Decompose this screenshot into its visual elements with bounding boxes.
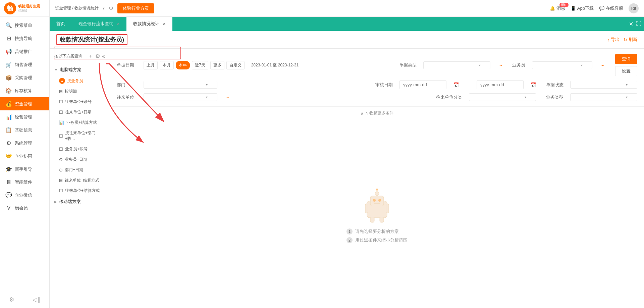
audit-label: 审核日期	[375, 82, 393, 88]
expand-icon[interactable]: ⛶	[636, 21, 641, 27]
tab-bar: 首页 现金银行流水查询 ✕ 收款情况统计 ✕ ✕ ⛶	[50, 17, 644, 31]
audit-from-cal-icon[interactable]: 📅	[453, 82, 459, 88]
online-service-btn[interactable]: 💬 在线客服	[599, 5, 623, 11]
hardware-icon: 🖥	[5, 179, 12, 185]
dept-select[interactable]: ▾	[144, 81, 217, 89]
page-area: 收款情况统计(按业务员) ↑ 导出 ↻ 刷新 按以下方案查询 ＋	[50, 31, 644, 308]
svg-point-2	[373, 199, 376, 202]
empty-illustration	[357, 184, 397, 224]
sidebar-item-system[interactable]: ⚙ 系统管理	[0, 137, 49, 150]
notification-badge: 99+	[559, 3, 569, 7]
sidebar-item-quicknav[interactable]: ⊞ 快捷导航	[0, 32, 49, 45]
header-gear-icon[interactable]: ⚙	[109, 5, 113, 11]
settings-btn[interactable]: 设置	[615, 66, 637, 76]
sidebar-item-finance[interactable]: 💰 资金管理	[0, 97, 49, 110]
partner-dept-icon: ☐	[59, 134, 63, 139]
collapse-bar[interactable]: ∧ ∧ 收起更多条件	[110, 107, 644, 119]
status-select[interactable]: ▾	[570, 81, 637, 89]
audit-from-input[interactable]	[399, 80, 446, 89]
tab-home[interactable]: 首页	[50, 17, 72, 31]
sales-icon: 🛒	[5, 61, 12, 68]
sidebar-item-newguide[interactable]: 🎓 新手引导	[0, 163, 49, 176]
tab-bank-close[interactable]: ✕	[117, 22, 120, 26]
sidebar-settings-btn[interactable]: ⚙	[6, 295, 17, 305]
custom-date-btn[interactable]: 自定义	[226, 61, 245, 69]
cta-button[interactable]: 体验行业方案	[117, 3, 154, 13]
sidebar-item-wechat[interactable]: 💬 企业微信	[0, 189, 49, 202]
more-date-btn[interactable]: 更多	[210, 61, 224, 69]
sidebar-item-inventory[interactable]: 🏠 库存核算	[0, 84, 49, 97]
notification-btn[interactable]: 🔔 消息 99+	[550, 5, 565, 11]
close-all-icon[interactable]: ✕	[629, 21, 633, 27]
phone-icon: 📱	[571, 6, 576, 11]
this-year-btn[interactable]: 本年	[176, 61, 190, 69]
scheme-add-btn[interactable]: ＋	[88, 53, 93, 60]
this-month-btn[interactable]: 本月	[160, 61, 174, 69]
scheme-item-dept-date[interactable]: ⊙ 部门+日期	[50, 165, 110, 175]
refresh-btn[interactable]: ↻ 刷新	[624, 37, 637, 43]
status-select-arrow: ▾	[626, 83, 628, 87]
scheme-group-pc-title[interactable]: ▼ 电脑端方案	[50, 64, 110, 75]
sidebar-item-operations[interactable]: 📊 经营管理	[0, 110, 49, 123]
scheme-item-partner-settle2[interactable]: ☐ 往来单位+结算方式	[50, 186, 110, 196]
sidebar-item-marketing[interactable]: 📢 营销推广	[0, 45, 49, 58]
svg-point-3	[378, 199, 381, 202]
sidebar-collapse-btn[interactable]: ◁∥	[30, 295, 43, 305]
sidebar-item-cooperation[interactable]: 🤝 企业协同	[0, 150, 49, 163]
system-icon: ⚙	[5, 140, 12, 146]
scheme-settings-btn[interactable]: ⚙	[95, 53, 100, 59]
last7-btn[interactable]: 近7天	[192, 61, 208, 69]
finance-icon: 💰	[5, 101, 12, 107]
salesperson-more-btn[interactable]: ···	[600, 62, 604, 68]
scheme-item-partner-settle1[interactable]: ⊞ 往来单位+结算方式	[50, 175, 110, 186]
type-label: 单据类型	[399, 62, 417, 68]
scheme-item-partner-account[interactable]: ☐ 往来单位+账号	[50, 97, 110, 107]
tab-stats[interactable]: 收款情况统计 ✕	[126, 17, 172, 31]
scheme-collapse-btn[interactable]: «	[102, 53, 105, 59]
sidebar-logo: 畅 畅捷通好生意 标准版	[0, 0, 49, 17]
date-range: 2023-01-01 至 2023-12-31	[251, 62, 299, 68]
partner-select[interactable]: ▾	[144, 93, 217, 101]
type-more-btn[interactable]: ···	[498, 62, 502, 68]
empty-tips: 1 请先选择要分析的方案 2 用过滤条件来缩小分析范围	[346, 228, 408, 243]
scheme-item-sales-settlement[interactable]: 📊 业务员+结算方式	[50, 117, 110, 128]
scheme-item-partner-date[interactable]: ☐ 往来单位+日期	[50, 107, 110, 117]
basic-icon: 📋	[5, 127, 12, 133]
svg-rect-4	[374, 203, 380, 204]
scheme-item-sales-account[interactable]: ☐ 业务员+账号	[50, 144, 110, 154]
scheme-item-sales-date[interactable]: ⊙ 业务员+日期	[50, 154, 110, 165]
query-btn[interactable]: 查询	[615, 54, 637, 64]
scheme-header-actions: ＋ ⚙ «	[88, 53, 105, 60]
refresh-icon: ↻	[624, 37, 627, 42]
sidebar-item-search[interactable]: 🔍 搜索菜单	[0, 19, 49, 32]
business-type-select[interactable]: ▾	[570, 93, 637, 101]
svg-rect-1	[370, 196, 384, 206]
scheme-group-mobile-title[interactable]: ▶ 移动端方案	[50, 196, 110, 207]
sidebar-item-basic[interactable]: 📋 基础信息	[0, 123, 49, 137]
dept-date-icon: ⊙	[59, 167, 63, 172]
empty-state: 1 请先选择要分析的方案 2 用过滤条件来缩小分析范围	[110, 119, 644, 308]
prev-month-btn[interactable]: 上月	[144, 61, 158, 69]
audit-to-cal-icon[interactable]: 📅	[530, 82, 536, 88]
sidebar-item-hardware[interactable]: 🖥 智能硬件	[0, 176, 49, 189]
audit-to-input[interactable]	[477, 80, 524, 89]
sidebar-item-sales[interactable]: 🛒 销售管理	[0, 58, 49, 71]
user-avatar[interactable]: Rit	[629, 3, 639, 13]
dept-select-arrow: ▾	[206, 83, 208, 87]
scheme-item-detail[interactable]: ⊞ 按明细	[50, 86, 110, 97]
app-download-btn[interactable]: 📱 App下载	[571, 5, 594, 11]
dropdown-icon[interactable]: ▾	[103, 6, 105, 11]
sidebar-item-purchase[interactable]: 📦 采购管理	[0, 71, 49, 84]
tab-bank[interactable]: 现金银行流水查询 ✕	[72, 17, 126, 31]
tab-bar-actions: ✕ ⛶	[629, 21, 641, 27]
sidebar-item-member[interactable]: V 畅会员	[0, 202, 49, 214]
scheme-item-partner-dept[interactable]: ☐ 按往来单位+部门+收...	[50, 128, 110, 144]
tab-stats-close[interactable]: ✕	[163, 22, 166, 26]
partner-type-select[interactable]: ▾	[469, 93, 536, 101]
type-select[interactable]: ▾	[423, 61, 490, 69]
sales-account-icon: ☐	[59, 147, 63, 152]
export-btn[interactable]: ↑ 导出	[607, 37, 620, 43]
partner-more-btn[interactable]: ···	[225, 95, 229, 100]
salesperson-select[interactable]: ▾	[532, 61, 592, 69]
scheme-item-salesperson[interactable]: ● 按业务员	[50, 75, 110, 86]
